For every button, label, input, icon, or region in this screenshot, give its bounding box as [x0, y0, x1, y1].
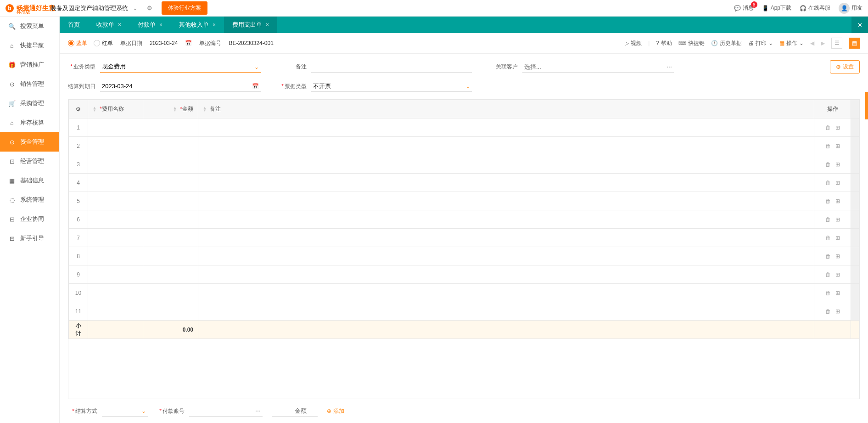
- cell-amount[interactable]: [143, 210, 198, 229]
- next-button[interactable]: ▶: [821, 40, 825, 46]
- user-menu[interactable]: 👤 用友: [839, 3, 862, 14]
- message-button[interactable]: 💬 消息 6: [734, 4, 754, 12]
- copy-icon[interactable]: ⊞: [835, 290, 840, 296]
- layout-detail-button[interactable]: ▤: [849, 38, 860, 49]
- copy-icon[interactable]: ⊞: [835, 143, 840, 149]
- tab-2[interactable]: 付款单×: [129, 17, 171, 33]
- delete-icon[interactable]: 🗑: [825, 143, 831, 149]
- blue-order-radio[interactable]: 蓝单: [68, 39, 87, 47]
- copy-icon[interactable]: ⊞: [835, 161, 840, 168]
- close-icon[interactable]: ×: [266, 22, 269, 28]
- print-button[interactable]: 🖨 打印 ⌄: [748, 39, 773, 47]
- table-row[interactable]: 10 🗑 ⊞: [69, 284, 859, 302]
- delete-icon[interactable]: 🗑: [825, 124, 831, 131]
- system-selector[interactable]: 装备及固定资产辅助管理系统 ⌄: [50, 4, 138, 12]
- cell-expense-name[interactable]: [88, 210, 143, 229]
- cell-amount[interactable]: [143, 192, 198, 210]
- sidebar-item-7[interactable]: ⊡经营管理: [0, 152, 59, 171]
- table-row[interactable]: 6 🗑 ⊞: [69, 210, 859, 229]
- delete-icon[interactable]: 🗑: [825, 271, 831, 278]
- settings-button[interactable]: ⚙ 设置: [830, 60, 860, 73]
- cell-expense-name[interactable]: [88, 229, 143, 247]
- copy-icon[interactable]: ⊞: [835, 308, 840, 315]
- cell-remark[interactable]: [198, 192, 814, 210]
- calendar-icon[interactable]: 📅: [252, 83, 259, 90]
- ellipsis-icon[interactable]: ⋯: [666, 64, 672, 70]
- delete-icon[interactable]: 🗑: [825, 253, 831, 259]
- table-row[interactable]: 1 🗑 ⊞: [69, 118, 859, 137]
- shortcut-button[interactable]: ⌨ 快捷键: [678, 39, 705, 47]
- copy-icon[interactable]: ⊞: [835, 271, 840, 278]
- settle-date-input[interactable]: [100, 81, 261, 92]
- calendar-icon[interactable]: 📅: [185, 40, 192, 46]
- cell-expense-name[interactable]: [88, 284, 143, 302]
- cell-remark[interactable]: [198, 210, 814, 229]
- cell-expense-name[interactable]: [88, 118, 143, 137]
- sidebar-item-6[interactable]: ⊙资金管理: [0, 132, 59, 152]
- settle-method-input[interactable]: [102, 406, 148, 417]
- tab-3[interactable]: 其他收入单×: [171, 17, 224, 33]
- close-icon[interactable]: ×: [159, 22, 162, 28]
- history-button[interactable]: 🕐 历史单据: [711, 39, 742, 47]
- sidebar-item-4[interactable]: 🛒采购管理: [0, 94, 59, 113]
- table-row[interactable]: 3 🗑 ⊞: [69, 155, 859, 174]
- copy-icon[interactable]: ⊞: [835, 253, 840, 259]
- chevron-down-icon[interactable]: ⌄: [465, 83, 470, 90]
- table-row[interactable]: 11 🗑 ⊞: [69, 302, 859, 321]
- table-row[interactable]: 2 🗑 ⊞: [69, 137, 859, 155]
- cell-remark[interactable]: [198, 155, 814, 174]
- cell-expense-name[interactable]: [88, 302, 143, 321]
- cell-remark[interactable]: [198, 247, 814, 265]
- chevron-down-icon[interactable]: ⌄: [141, 408, 146, 414]
- cell-amount[interactable]: [143, 174, 198, 192]
- table-row[interactable]: 5 🗑 ⊞: [69, 192, 859, 210]
- cell-amount[interactable]: [143, 284, 198, 302]
- online-service-button[interactable]: 🎧 在线客服: [800, 4, 830, 12]
- cell-expense-name[interactable]: [88, 192, 143, 210]
- sidebar-item-10[interactable]: ⊟企业协同: [0, 209, 59, 229]
- cell-amount[interactable]: [143, 137, 198, 155]
- sidebar-item-11[interactable]: ⊟新手引导: [0, 229, 59, 248]
- cell-remark[interactable]: [198, 265, 814, 284]
- delete-icon[interactable]: 🗑: [825, 198, 831, 204]
- help-button[interactable]: ? 帮助: [656, 39, 672, 47]
- col-header-remark[interactable]: ▲▼ 备注: [198, 100, 814, 118]
- prev-button[interactable]: ◀: [810, 40, 814, 46]
- cell-remark[interactable]: [198, 137, 814, 155]
- invoice-type-input[interactable]: [311, 81, 472, 92]
- ellipsis-icon[interactable]: ⋯: [255, 408, 261, 414]
- cell-remark[interactable]: [198, 118, 814, 137]
- gear-icon[interactable]: ⚙: [147, 5, 152, 11]
- cell-amount[interactable]: [143, 155, 198, 174]
- sidebar-item-9[interactable]: ◌系统管理: [0, 190, 59, 209]
- delete-icon[interactable]: 🗑: [825, 161, 831, 168]
- delete-icon[interactable]: 🗑: [825, 290, 831, 296]
- copy-icon[interactable]: ⊞: [835, 235, 840, 241]
- sidebar-item-0[interactable]: 🔍搜索菜单: [0, 17, 59, 36]
- table-row[interactable]: 8 🗑 ⊞: [69, 247, 859, 265]
- chevron-down-icon[interactable]: ⌄: [254, 64, 259, 70]
- table-row[interactable]: 4 🗑 ⊞: [69, 174, 859, 192]
- col-header-gear[interactable]: ⚙: [69, 100, 88, 118]
- cell-expense-name[interactable]: [88, 155, 143, 174]
- close-all-tabs-button[interactable]: ✕: [851, 17, 868, 33]
- copy-icon[interactable]: ⊞: [835, 180, 840, 186]
- cell-amount[interactable]: [143, 118, 198, 137]
- tab-0[interactable]: 首页: [60, 17, 88, 33]
- amount-input[interactable]: [272, 406, 318, 417]
- sidebar-item-1[interactable]: ⌂快捷导航: [0, 36, 59, 55]
- col-header-amount[interactable]: ▲▼ *金额: [143, 100, 198, 118]
- cell-amount[interactable]: [143, 229, 198, 247]
- copy-icon[interactable]: ⊞: [835, 124, 840, 131]
- tab-4[interactable]: 费用支出单×: [224, 17, 277, 33]
- delete-icon[interactable]: 🗑: [825, 308, 831, 315]
- cell-amount[interactable]: [143, 302, 198, 321]
- delete-icon[interactable]: 🗑: [825, 216, 831, 223]
- cell-expense-name[interactable]: [88, 247, 143, 265]
- tab-1[interactable]: 收款单×: [88, 17, 129, 33]
- app-download-button[interactable]: 📱 App下载: [762, 4, 791, 12]
- table-row[interactable]: 7 🗑 ⊞: [69, 229, 859, 247]
- cell-remark[interactable]: [198, 302, 814, 321]
- cell-expense-name[interactable]: [88, 265, 143, 284]
- sidebar-item-8[interactable]: ▦基础信息: [0, 171, 59, 190]
